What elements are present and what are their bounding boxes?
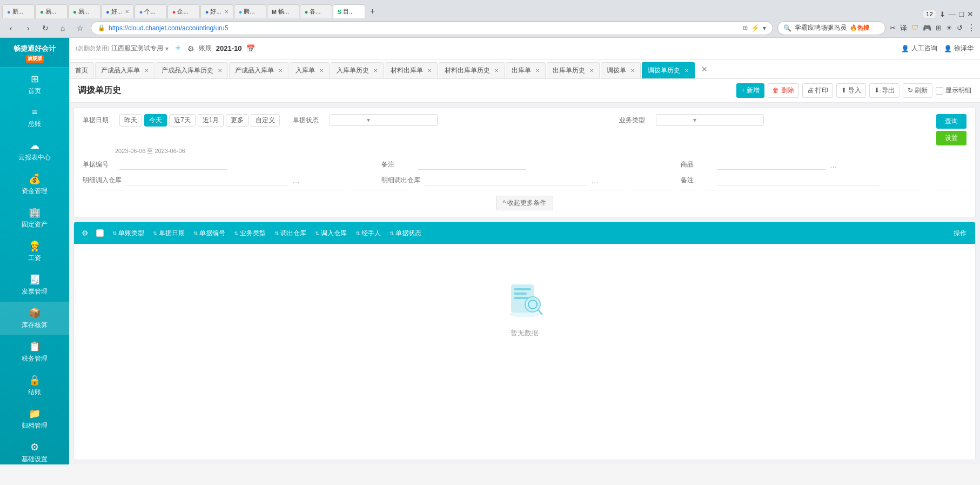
th-out-warehouse[interactable]: ⇅ 调出仓库: [270, 229, 311, 238]
status-select[interactable]: ▾: [330, 114, 438, 126]
nav-tab-out-hist[interactable]: 出库单历史 ✕: [547, 62, 600, 78]
nav-tab-transfer-close[interactable]: ✕: [630, 68, 635, 74]
menu-icon[interactable]: ⋮: [967, 23, 976, 33]
biztype-select[interactable]: ▾: [656, 114, 764, 126]
nav-tab-out-hist-close[interactable]: ✕: [589, 68, 594, 74]
goods-more-icon[interactable]: …: [830, 161, 837, 169]
nav-tab-mat-out-hist[interactable]: 材料出库单历史 ✕: [439, 62, 505, 78]
sidebar-item-home[interactable]: ⊞ 首页: [0, 68, 69, 101]
sidebar-item-capital[interactable]: 💰 资金管理: [0, 168, 69, 201]
user-button[interactable]: 👤 徐泽华: [944, 44, 974, 53]
sidebar-item-closing[interactable]: 🔒 结账: [0, 369, 69, 402]
sidebar-item-report[interactable]: ☁ 云报表中心: [0, 134, 69, 168]
browser-tab-2[interactable]: ● 易...: [35, 4, 68, 18]
th-handler[interactable]: ⇅ 经手人: [351, 229, 385, 238]
sidebar-item-assets[interactable]: 🏢 固定资产: [0, 201, 69, 235]
address-input[interactable]: 🔒 https://cloud.chanjet.com/accounting/u…: [91, 21, 773, 35]
downloads-icon[interactable]: ⬇: [939, 10, 945, 18]
date-btn-1month[interactable]: 近1月: [198, 114, 224, 127]
display-toggle[interactable]: 显示明细: [936, 86, 971, 95]
select-all-checkbox[interactable]: [96, 229, 104, 237]
nav-tab-in-hist[interactable]: 入库单历史 ✕: [331, 62, 384, 78]
browser-tab-11[interactable]: S 目...: [333, 4, 365, 18]
company-dropdown-icon[interactable]: ▾: [165, 45, 169, 52]
new-button[interactable]: + 新增: [736, 83, 764, 98]
nav-tab-prod-in2-close[interactable]: ✕: [278, 68, 283, 74]
nav-tab-prod-in-hist[interactable]: 产成品入库单历史 ✕: [156, 62, 228, 78]
browser-tab-1[interactable]: ● 新...: [2, 4, 35, 18]
bookmark-button[interactable]: ☆: [73, 22, 86, 35]
sidebar-item-inventory[interactable]: 📦 库存核算: [0, 302, 69, 335]
th-in-warehouse[interactable]: ⇅ 调入仓库: [311, 229, 351, 238]
nav-tab-transfer[interactable]: 调拨单 ✕: [601, 62, 641, 78]
sidebar-item-settings[interactable]: ⚙ 基础设置: [0, 436, 69, 464]
calendar-icon[interactable]: 📅: [246, 44, 255, 52]
sidebar-item-invoice[interactable]: 🧾 发票管理: [0, 268, 69, 302]
reload-button[interactable]: ↻: [39, 22, 52, 35]
detail-in-input[interactable]: [126, 175, 288, 185]
th-date[interactable]: ⇅ 单据日期: [149, 229, 189, 238]
sidebar-item-ledger[interactable]: ≡ 总账: [0, 101, 69, 134]
nav-tab-in-hist-close[interactable]: ✕: [373, 68, 378, 74]
nav-tab-out[interactable]: 出库单 ✕: [506, 62, 546, 78]
detail-out-input[interactable]: [425, 175, 587, 185]
table-settings-icon[interactable]: ⚙: [78, 229, 92, 237]
forward-button[interactable]: ›: [22, 22, 35, 35]
service-button[interactable]: 👤 人工咨询: [901, 44, 937, 53]
maximize-button[interactable]: □: [959, 10, 964, 18]
home-button[interactable]: ⌂: [56, 22, 69, 35]
browser-tab-3[interactable]: ● 易...: [68, 4, 100, 18]
browser-search[interactable]: 🔍 学霸应聘场驱鸟员 🔥热搜: [777, 21, 885, 35]
browser-tab-10[interactable]: ● 各...: [300, 4, 332, 18]
browser-tab-8[interactable]: ● 腾...: [234, 4, 266, 18]
nav-tab-mat-out-hist-close[interactable]: ✕: [494, 68, 499, 74]
tab-close-7[interactable]: ✕: [224, 9, 229, 15]
back-button[interactable]: ‹: [4, 22, 17, 35]
nav-tab-prod-in2[interactable]: 产成品入库单 ✕: [229, 62, 288, 78]
nav-tab-out-close[interactable]: ✕: [535, 68, 540, 74]
sidebar-item-salary[interactable]: 👷 工资: [0, 235, 69, 268]
sidebar-item-tax[interactable]: 📋 税务管理: [0, 335, 69, 369]
th-status[interactable]: ⇅ 单据状态: [385, 229, 426, 238]
docnum-input[interactable]: [119, 160, 227, 170]
nav-tab-prod-in-close[interactable]: ✕: [144, 68, 149, 74]
table-select-all[interactable]: [92, 229, 108, 237]
collapse-button[interactable]: ^ 收起更多条件: [496, 196, 554, 210]
date-btn-yesterday[interactable]: 昨天: [119, 114, 142, 127]
import-button[interactable]: ⬆ 导入: [836, 83, 866, 98]
delete-button[interactable]: 🗑 删除: [768, 83, 798, 98]
browser-tab-5[interactable]: ● 个...: [135, 4, 167, 18]
add-company-button[interactable]: +: [173, 43, 183, 54]
browser-tab-9[interactable]: M 畅...: [267, 4, 299, 18]
nav-tab-in[interactable]: 入库单 ✕: [290, 62, 330, 78]
nav-tab-home[interactable]: 首页: [69, 62, 94, 78]
detail-out-more-icon[interactable]: …: [591, 176, 599, 185]
date-btn-custom[interactable]: 自定义: [251, 114, 280, 127]
th-num[interactable]: ⇅ 单据编号: [189, 229, 230, 238]
company-select[interactable]: (勿删勿禁用) 江西服宝测试专用 ▾: [76, 44, 169, 53]
gear-icon[interactable]: ⚙: [187, 44, 194, 53]
nav-tab-prod-in[interactable]: 产成品入库单 ✕: [95, 62, 155, 78]
close-button[interactable]: ✕: [967, 10, 974, 18]
minimize-button[interactable]: —: [949, 10, 956, 18]
goods-input[interactable]: [717, 160, 825, 170]
new-tab-button[interactable]: +: [366, 4, 379, 18]
filter-settings-button[interactable]: 设置: [936, 131, 966, 145]
remark2-input[interactable]: [717, 175, 880, 185]
tab-close-4[interactable]: ✕: [125, 9, 129, 15]
dropdown-icon[interactable]: ▾: [763, 24, 766, 32]
nav-tab-transfer-hist[interactable]: 调拨单历史 ✕: [642, 62, 695, 78]
refresh-button[interactable]: ↻ 刷新: [903, 83, 932, 98]
export-button[interactable]: ⬇ 导出: [869, 83, 899, 98]
th-type[interactable]: ⇅ 单账类型: [108, 229, 149, 238]
th-biztype[interactable]: ⇅ 业务类型: [230, 229, 270, 238]
remark-input[interactable]: [418, 160, 526, 170]
date-btn-7days[interactable]: 近7天: [169, 114, 196, 127]
date-btn-more[interactable]: 更多: [226, 114, 249, 127]
print-button[interactable]: 🖨 打印: [802, 83, 833, 98]
detail-in-more-icon[interactable]: …: [292, 176, 300, 185]
sidebar-item-archive[interactable]: 📁 归档管理: [0, 402, 69, 436]
display-toggle-checkbox[interactable]: [936, 87, 943, 95]
browser-tab-4[interactable]: ● 好... ✕: [101, 4, 134, 18]
date-btn-today[interactable]: 今天: [144, 114, 167, 127]
